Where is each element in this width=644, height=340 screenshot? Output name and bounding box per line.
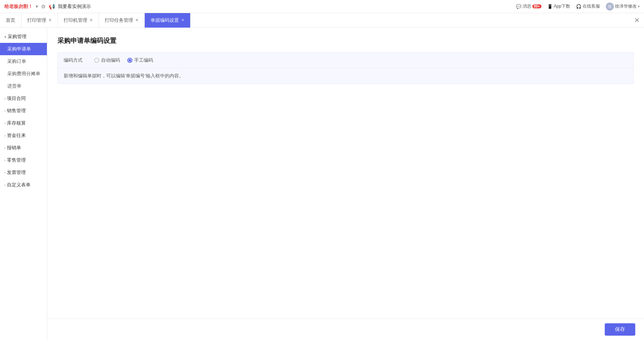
page-title: 采购申请单编码设置	[57, 36, 634, 45]
main-layout: ▾ 采购管理 采购申请单 采购订单 采购费用分摊单 进货单 › 项目合同	[0, 28, 644, 340]
sidebar-group-custom-title[interactable]: › 自定义表单	[0, 179, 47, 191]
sidebar-group-expense: › 报销单	[0, 142, 47, 154]
user-name: 徐泽华修改	[615, 3, 637, 9]
arrow-right-icon7: ›	[4, 171, 5, 175]
radio-auto-circle	[94, 58, 99, 63]
user-item[interactable]: 徐 徐泽华修改 ▾	[606, 3, 640, 11]
radio-auto[interactable]: 自动编码	[94, 57, 120, 64]
sidebar-group-retail: › 零售管理	[0, 154, 47, 166]
arrow-right-icon4: ›	[4, 134, 5, 138]
sidebar-group-invoice: › 发票管理	[0, 166, 47, 179]
service-icon: 🎧	[576, 4, 581, 9]
message-item[interactable]: 💬 消息 99+	[516, 3, 541, 9]
tab-printer-manage-close[interactable]: ✕	[89, 18, 93, 23]
content-area: 采购申请单编码设置 编码方式 自动编码 手工编码	[47, 28, 644, 340]
announce-text[interactable]: 我要看实例演示	[58, 3, 91, 10]
arrow-right-icon: ›	[4, 97, 5, 101]
tab-bar-end: ✕	[634, 16, 644, 24]
arrow-right-icon8: ›	[4, 183, 5, 187]
arrow-right-icon5: ›	[4, 146, 5, 150]
tab-printer-manage-label: 打印机管理	[64, 17, 87, 24]
top-bar-right: 💬 消息 99+ 📱 App下数 🎧 在线客服 徐 徐泽华修改 ▾	[516, 3, 640, 11]
sidebar-group-inventory-label: 库存核算	[7, 120, 26, 126]
sidebar-group-purchase-title[interactable]: ▾ 采购管理	[0, 31, 47, 43]
sidebar-group-project: › 项目合同	[0, 92, 47, 105]
sidebar-group-sales: › 销售管理	[0, 105, 47, 117]
sidebar-group-sales-title[interactable]: › 销售管理	[0, 105, 47, 117]
sidebar-group-invoice-label: 发票管理	[7, 169, 26, 176]
content-main: 采购申请单编码设置 编码方式 自动编码 手工编码	[47, 28, 644, 319]
tab-print-task-close[interactable]: ✕	[135, 18, 139, 23]
tab-single-code-close[interactable]: ✕	[181, 18, 184, 23]
sidebar-group-expense-label: 报销单	[7, 145, 21, 151]
arrow-down-icon: ▾	[4, 35, 6, 39]
tab-home-label: 首页	[6, 17, 15, 24]
radio-manual[interactable]: 手工编码	[127, 57, 153, 64]
app-download-item[interactable]: 📱 App下数	[547, 3, 570, 9]
sidebar-group-purchase-label: 采购管理	[8, 33, 27, 40]
tab-printer-manage[interactable]: 打印机管理 ✕	[58, 13, 99, 28]
gear-icon[interactable]: ⚙	[41, 4, 46, 9]
save-button[interactable]: 保存	[605, 323, 635, 336]
sidebar-group-project-title[interactable]: › 项目合同	[0, 92, 47, 105]
tab-print-manage[interactable]: 打印管理 ✕	[21, 13, 58, 28]
avatar: 徐	[606, 3, 614, 11]
arrow-right-icon6: ›	[4, 158, 5, 162]
logo-text: 给老板勿割！	[4, 3, 33, 10]
announce-icon: 📢	[49, 4, 55, 9]
radio-manual-circle	[127, 58, 132, 63]
sidebar-group-finance: › 资金往来	[0, 129, 47, 142]
sidebar-item-stock-in[interactable]: 进货单	[0, 80, 47, 92]
app-download-label: App下数	[554, 3, 570, 9]
tab-print-task-label: 打印任务管理	[105, 17, 133, 24]
sidebar-group-expense-title[interactable]: › 报销单	[0, 142, 47, 154]
sidebar-item-purchase-apply[interactable]: 采购申请单	[0, 43, 47, 55]
radio-auto-label: 自动编码	[101, 57, 120, 64]
coding-row: 编码方式 自动编码 手工编码	[58, 53, 633, 68]
radio-manual-label: 手工编码	[134, 57, 153, 64]
tab-single-code-label: 单据编码设置	[151, 17, 179, 24]
top-bar: 给老板勿割！ ▾ ⚙ 📢 我要看实例演示 💬 消息 99+ 📱 App下数 🎧 …	[0, 0, 644, 13]
tab-print-manage-close[interactable]: ✕	[48, 18, 52, 23]
top-bar-left: 给老板勿割！ ▾ ⚙ 📢 我要看实例演示	[4, 3, 91, 10]
sidebar-group-inventory: › 库存核算	[0, 117, 47, 129]
content-footer: 保存	[47, 319, 644, 340]
dropdown-icon[interactable]: ▾	[36, 4, 38, 9]
online-service-label: 在线客服	[583, 3, 600, 9]
info-text: 新增和编辑单据时，可以编辑'单据编号'输入框中的内容。	[58, 68, 633, 84]
message-icon: 💬	[516, 4, 521, 9]
sidebar-group-custom-label: 自定义表单	[7, 182, 31, 188]
online-service-item[interactable]: 🎧 在线客服	[576, 3, 600, 9]
arrow-right-icon2: ›	[4, 109, 5, 113]
sidebar: ▾ 采购管理 采购申请单 采购订单 采购费用分摊单 进货单 › 项目合同	[0, 28, 47, 340]
sidebar-group-invoice-title[interactable]: › 发票管理	[0, 166, 47, 179]
sidebar-group-retail-label: 零售管理	[7, 157, 26, 163]
sidebar-group-purchase: ▾ 采购管理 采购申请单 采购订单 采购费用分摊单 进货单	[0, 31, 47, 92]
sidebar-group-sales-label: 销售管理	[7, 108, 26, 114]
sidebar-group-finance-title[interactable]: › 资金往来	[0, 129, 47, 142]
sidebar-item-purchase-expense[interactable]: 采购费用分摊单	[0, 68, 47, 80]
user-dropdown-icon: ▾	[638, 4, 640, 8]
tab-single-code[interactable]: 单据编码设置 ✕	[145, 13, 191, 28]
close-all-icon[interactable]: ✕	[634, 17, 640, 24]
tab-home[interactable]: 首页	[0, 13, 21, 28]
coding-section: 编码方式 自动编码 手工编码 新增和编辑单据时，可以编辑'单据编号'输入框中的内…	[57, 52, 634, 84]
radio-group: 自动编码 手工编码	[94, 57, 153, 64]
arrow-right-icon3: ›	[4, 121, 5, 125]
sidebar-item-purchase-order[interactable]: 采购订单	[0, 55, 47, 68]
tab-bar: 首页 打印管理 ✕ 打印机管理 ✕ 打印任务管理 ✕ 单据编码设置 ✕ ✕	[0, 13, 644, 28]
sidebar-group-retail-title[interactable]: › 零售管理	[0, 154, 47, 166]
sidebar-group-project-label: 项目合同	[7, 95, 26, 102]
coding-label: 编码方式	[64, 57, 85, 64]
sidebar-group-custom: › 自定义表单	[0, 179, 47, 191]
message-label: 消息	[523, 3, 531, 9]
tab-print-task[interactable]: 打印任务管理 ✕	[99, 13, 145, 28]
app-icon: 📱	[547, 4, 553, 9]
sidebar-group-inventory-title[interactable]: › 库存核算	[0, 117, 47, 129]
message-badge: 99+	[532, 4, 541, 8]
tab-print-manage-label: 打印管理	[27, 17, 46, 24]
sidebar-group-finance-label: 资金往来	[7, 132, 26, 139]
